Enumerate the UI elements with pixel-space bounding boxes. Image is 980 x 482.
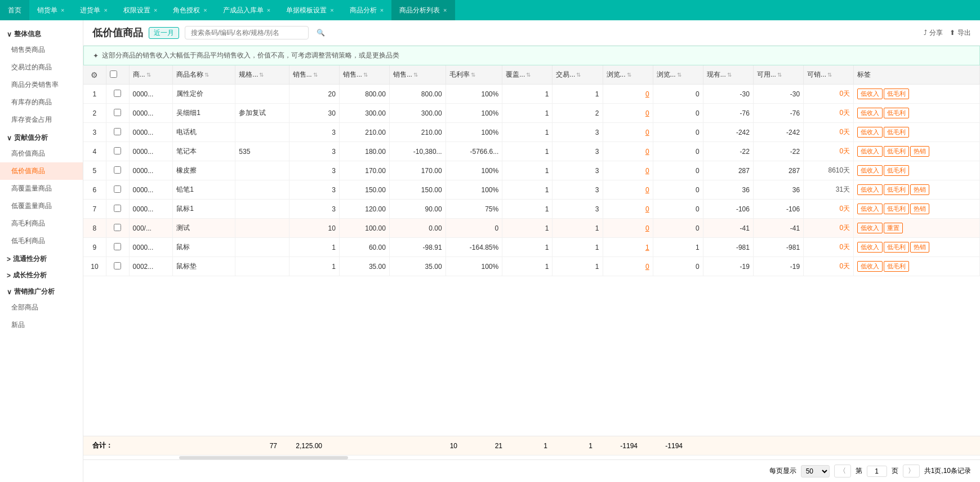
sidebar-group-liquidity[interactable]: > 流通性分析 <box>0 250 83 266</box>
col-sales-qty[interactable]: 销售...⇅ <box>289 65 339 85</box>
nav-product-analysis-list[interactable]: 商品分析列表 × <box>391 0 455 20</box>
row-sales-qty: 10 <box>289 219 339 238</box>
search-icon[interactable]: 🔍 <box>317 29 325 37</box>
row-checkbox[interactable] <box>106 104 129 123</box>
col-checkbox-header[interactable] <box>106 65 129 85</box>
col-coverage[interactable]: 覆盖...⇅ <box>502 65 553 85</box>
page-number-input[interactable] <box>867 466 887 477</box>
close-icon[interactable]: × <box>330 7 333 14</box>
row-browse2: 0 <box>653 200 703 219</box>
share-button[interactable]: ⤴ 分享 <box>924 28 943 38</box>
search-input[interactable] <box>185 26 309 39</box>
nav-product-analysis[interactable]: 商品分析 × <box>342 0 391 20</box>
row-coverage: 1 <box>502 257 553 276</box>
tag-label: 低毛利 <box>884 204 909 214</box>
row-checkbox[interactable] <box>106 161 129 180</box>
row-sales-qty: 1 <box>289 257 339 276</box>
col-code[interactable]: 商...⇅ <box>129 65 173 85</box>
nav-role-auth[interactable]: 角色授权 × <box>165 0 215 20</box>
sidebar-item-new-products[interactable]: 新品 <box>0 316 83 334</box>
nav-product-in[interactable]: 产成品入库单 × <box>215 0 278 20</box>
col-browse1[interactable]: 浏览...⇅ <box>603 65 653 85</box>
row-checkbox[interactable] <box>106 219 129 238</box>
browse-link[interactable]: 0 <box>645 90 649 98</box>
close-icon[interactable]: × <box>154 7 157 14</box>
close-icon[interactable]: × <box>203 7 207 14</box>
row-code: 0002... <box>129 257 173 276</box>
sidebar-item-traded-products[interactable]: 交易过的商品 <box>0 59 83 76</box>
next-page-button[interactable]: 〉 <box>903 465 920 477</box>
row-browse1: 0 <box>603 200 653 219</box>
browse-link[interactable]: 0 <box>645 167 649 175</box>
col-sales-amount[interactable]: 销售...⇅ <box>339 65 389 85</box>
row-sellable-days: 31天 <box>804 180 854 200</box>
nav-permission[interactable]: 权限设置 × <box>115 0 165 20</box>
row-available: -106 <box>753 200 803 219</box>
nav-template[interactable]: 单据模板设置 × <box>278 0 341 20</box>
browse-link[interactable]: 0 <box>645 129 649 136</box>
sidebar-group-growth[interactable]: > 成长性分析 <box>0 266 83 282</box>
sidebar-item-high-coverage[interactable]: 高覆盖量商品 <box>0 180 83 197</box>
page-size-select[interactable]: 50 100 200 <box>801 465 830 477</box>
col-available[interactable]: 可用...⇅ <box>753 65 803 85</box>
close-icon[interactable]: × <box>267 7 270 14</box>
col-sales-profit[interactable]: 销售...⇅ <box>389 65 446 85</box>
sidebar-group-marketing[interactable]: ∨ 营销推广分析 <box>0 282 83 299</box>
nav-purchase-order[interactable]: 进货单 × <box>72 0 115 20</box>
row-checkbox[interactable] <box>106 123 129 142</box>
browse-link[interactable]: 0 <box>645 205 649 213</box>
row-checkbox[interactable] <box>106 200 129 219</box>
select-all-checkbox[interactable] <box>110 70 117 78</box>
browse-link[interactable]: 0 <box>645 109 649 117</box>
sidebar-group-overall[interactable]: ∨ 整体信息 <box>0 25 83 41</box>
col-transaction[interactable]: 交易...⇅ <box>553 65 603 85</box>
sidebar-item-stocked-products[interactable]: 有库存的商品 <box>0 94 83 111</box>
sidebar-item-all-products[interactable]: 全部商品 <box>0 299 83 316</box>
row-checkbox[interactable] <box>106 238 129 257</box>
browse-link[interactable]: 0 <box>645 263 649 271</box>
data-table-wrap[interactable]: ⚙ 商...⇅ 商品名称⇅ 规格...⇅ 销售...⇅ 销售...⇅ 销售...… <box>83 65 980 436</box>
sidebar-group-contribution[interactable]: ∨ 贡献值分析 <box>0 129 83 145</box>
col-sellable[interactable]: 可销...⇅ <box>804 65 854 85</box>
total-available: -1194 <box>638 442 683 450</box>
browse-link[interactable]: 1 <box>645 244 649 251</box>
header-actions: ⤴ 分享 ⬆ 导出 <box>924 28 971 38</box>
total-sales-qty: 77 <box>232 442 277 450</box>
row-sellable-days: 0天 <box>804 85 854 104</box>
nav-home[interactable]: 首页 <box>0 0 29 20</box>
sidebar-item-low-coverage[interactable]: 低覆盖量商品 <box>0 197 83 215</box>
time-badge[interactable]: 近一月 <box>149 27 179 39</box>
close-icon[interactable]: × <box>443 7 447 14</box>
col-current-stock[interactable]: 现有...⇅ <box>703 65 753 85</box>
tag-label: 低收入 <box>857 223 883 233</box>
row-name: 测试 <box>173 219 235 238</box>
row-checkbox[interactable] <box>106 142 129 161</box>
nav-sales-order[interactable]: 销货单 × <box>29 0 72 20</box>
browse-link[interactable]: 0 <box>645 224 649 232</box>
row-checkbox[interactable] <box>106 85 129 104</box>
col-margin[interactable]: 毛利率⇅ <box>446 65 502 85</box>
col-name[interactable]: 商品名称⇅ <box>173 65 235 85</box>
row-checkbox[interactable] <box>106 257 129 276</box>
prev-page-button[interactable]: 〈 <box>834 465 851 477</box>
export-button[interactable]: ⬆ 导出 <box>950 28 971 38</box>
close-icon[interactable]: × <box>380 7 384 14</box>
col-settings[interactable]: ⚙ <box>83 65 106 85</box>
sidebar-item-high-value[interactable]: 高价值商品 <box>0 145 83 162</box>
sidebar-item-low-margin[interactable]: 低毛利商品 <box>0 232 83 250</box>
browse-link[interactable]: 0 <box>645 148 649 156</box>
sidebar-item-category-sales-rate[interactable]: 商品分类销售率 <box>0 76 83 94</box>
sidebar-item-sales-products[interactable]: 销售类商品 <box>0 41 83 59</box>
close-icon[interactable]: × <box>61 7 64 14</box>
browse-link[interactable]: 0 <box>645 186 649 194</box>
sidebar-item-high-margin[interactable]: 高毛利商品 <box>0 215 83 232</box>
close-icon[interactable]: × <box>104 7 107 14</box>
col-browse2[interactable]: 浏览...⇅ <box>653 65 703 85</box>
total-sales-amount: 2,125.00 <box>277 442 322 450</box>
sidebar-item-low-value[interactable]: 低价值商品 <box>0 162 83 180</box>
col-spec[interactable]: 规格...⇅ <box>235 65 289 85</box>
row-checkbox[interactable] <box>106 180 129 200</box>
sidebar-item-stock-funds[interactable]: 库存资金占用 <box>0 111 83 129</box>
top-nav: 首页 销货单 × 进货单 × 权限设置 × 角色授权 × 产成品入库单 × 单据… <box>0 0 980 20</box>
gear-icon[interactable]: ⚙ <box>91 70 98 79</box>
